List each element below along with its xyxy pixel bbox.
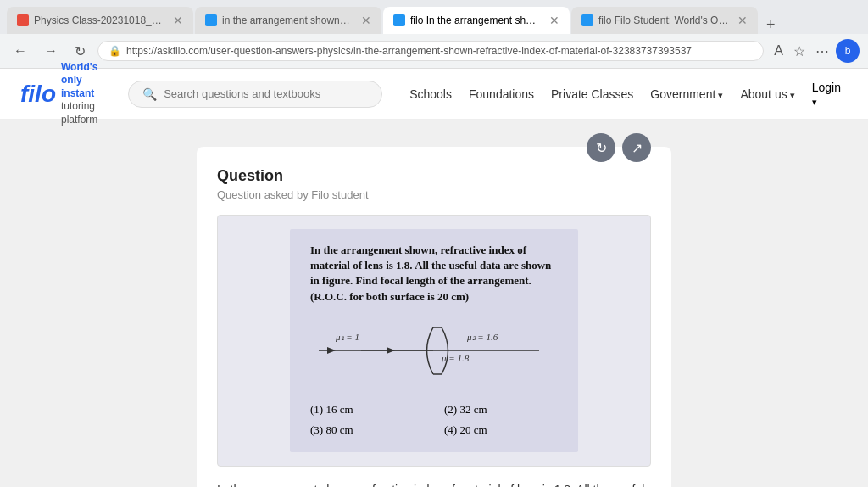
- nav-foundations[interactable]: Foundations: [462, 84, 541, 104]
- logo-text: filo: [20, 81, 56, 108]
- browser-chrome: Physics Class-20231018_162158 ✕ in the a…: [0, 0, 868, 69]
- new-tab-button[interactable]: +: [760, 16, 782, 34]
- more-button[interactable]: ⋯: [812, 40, 832, 63]
- tab-3[interactable]: filo In the arrangement shown, refra... …: [383, 7, 570, 34]
- main-content: ↻ ↗ Question Question asked by Filo stud…: [0, 120, 868, 487]
- physics-diagram: In the arrangement shown, refractive ind…: [290, 229, 578, 452]
- refresh-question-button[interactable]: ↻: [587, 133, 615, 162]
- logo-tagline: World's only instant tutoring platform: [61, 61, 101, 127]
- content-card: ↻ ↗ Question Question asked by Filo stud…: [197, 147, 671, 487]
- bookmark-button[interactable]: ☆: [790, 40, 809, 63]
- tab-favicon-4: [581, 14, 593, 26]
- question-text: In the arrangement shown, refractive ind…: [217, 480, 651, 487]
- nav-private-classes[interactable]: Private Classes: [544, 84, 640, 104]
- option-2: (2) 32 cm: [444, 401, 558, 418]
- forward-button[interactable]: →: [39, 40, 63, 62]
- tagline-line1: World's only instant: [61, 61, 101, 101]
- read-mode-button[interactable]: A: [771, 40, 787, 62]
- profile-button[interactable]: b: [836, 39, 860, 63]
- url-text: https://askfilo.com/user-question-answer…: [126, 45, 692, 57]
- browser-toolbar: ← → ↻ 🔒 https://askfilo.com/user-questio…: [0, 34, 868, 68]
- website: filo World's only instant tutoring platf…: [0, 69, 868, 487]
- svg-text:μ₂ = 1.6: μ₂ = 1.6: [466, 332, 498, 342]
- browser-tabs: Physics Class-20231018_162158 ✕ in the a…: [0, 0, 868, 34]
- lock-icon: 🔒: [108, 45, 121, 57]
- option-3: (3) 80 cm: [310, 422, 424, 439]
- lens-diagram-svg: μ₁ = 1 μ₂ = 1.6 μ = 1.8: [310, 315, 548, 391]
- expand-button[interactable]: ↗: [622, 133, 651, 162]
- main-nav: filo World's only instant tutoring platf…: [0, 69, 868, 120]
- question-image-container: In the arrangement shown, refractive ind…: [217, 215, 651, 467]
- nav-schools[interactable]: Schools: [403, 84, 459, 104]
- toolbar-actions: A ☆ ⋯ b: [771, 39, 860, 63]
- option-4: (4) 20 cm: [444, 422, 558, 439]
- tab-title-4: filo Filo Student: World's Only Live In.…: [598, 14, 729, 26]
- svg-text:μ₁ = 1: μ₁ = 1: [335, 332, 359, 342]
- question-actions: ↻ ↗: [587, 133, 651, 162]
- tab-2[interactable]: in the arrangement shown , refra... ✕: [195, 7, 381, 34]
- option-1: (1) 16 cm: [310, 401, 424, 418]
- search-bar[interactable]: 🔍: [128, 81, 382, 108]
- tab-close-1[interactable]: ✕: [173, 14, 183, 27]
- tab-favicon-1: [17, 14, 29, 26]
- refresh-button[interactable]: ↻: [70, 40, 91, 63]
- tab-close-3[interactable]: ✕: [549, 14, 559, 27]
- logo[interactable]: filo World's only instant tutoring platf…: [20, 61, 101, 127]
- search-icon: 🔍: [142, 87, 157, 101]
- tagline-instant: World's only instant: [61, 61, 97, 99]
- tab-title-1: Physics Class-20231018_162158: [34, 14, 164, 26]
- nav-about-us[interactable]: About us: [733, 84, 801, 104]
- svg-marker-8: [387, 347, 395, 354]
- tab-close-2[interactable]: ✕: [361, 14, 371, 27]
- back-button[interactable]: ←: [8, 40, 32, 62]
- tagline-line2: tutoring platform: [61, 100, 101, 126]
- tab-title-3: filo In the arrangement shown, refra...: [410, 14, 541, 26]
- tab-favicon-2: [205, 14, 217, 26]
- search-input[interactable]: [164, 87, 368, 100]
- question-meta: Question asked by Filo student: [217, 188, 651, 201]
- address-bar[interactable]: 🔒 https://askfilo.com/user-question-answ…: [97, 41, 764, 61]
- tab-1[interactable]: Physics Class-20231018_162158 ✕: [7, 7, 193, 34]
- nav-government[interactable]: Government: [643, 84, 730, 104]
- diagram-title: In the arrangement shown, refractive ind…: [310, 243, 558, 305]
- answer-options: (1) 16 cm (2) 32 cm (3) 80 cm (4) 20 cm: [310, 401, 558, 439]
- tab-close-4[interactable]: ✕: [737, 14, 748, 27]
- nav-login[interactable]: Login: [805, 77, 848, 111]
- question-title: Question: [217, 167, 651, 185]
- nav-links: Schools Foundations Private Classes Gove…: [403, 77, 848, 111]
- svg-marker-1: [327, 347, 336, 354]
- tab-4[interactable]: filo Filo Student: World's Only Live In.…: [571, 7, 758, 34]
- svg-text:μ = 1.8: μ = 1.8: [441, 353, 470, 363]
- tab-favicon-3: [393, 14, 405, 26]
- tab-title-2: in the arrangement shown , refra...: [222, 14, 353, 26]
